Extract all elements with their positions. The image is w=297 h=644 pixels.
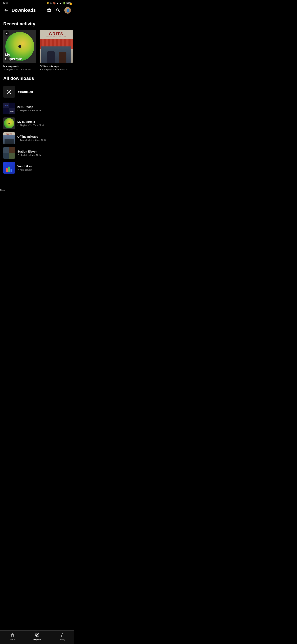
download-name-2021-recap: 2021 Recap <box>17 105 63 108</box>
all-downloads-title: All downloads <box>0 74 74 84</box>
likes-type: Auto playlist <box>20 169 32 171</box>
thumb-station-eleven <box>3 147 15 159</box>
station-type: Playlist <box>20 154 27 156</box>
mixtape-type: Auto playlist <box>20 139 32 142</box>
shuffle-thumb <box>3 86 15 98</box>
recent-card-name-supermix: My supermix <box>3 64 36 68</box>
recent-card-my-supermix[interactable]: MySupermix My supermix ✓ Playlist • YouT… <box>3 30 36 71</box>
signal-icon: ▲ <box>60 2 62 4</box>
recent-card-image-supermix: MySupermix <box>3 30 36 63</box>
header-divider <box>0 16 74 16</box>
recent-card-image-grits: GRITS THE ART OF TRANSLATION <box>40 30 73 63</box>
download-item-2021-recap[interactable]: 2021 RECAP 2021 Recap ✓ Playlist • Abner… <box>0 101 74 116</box>
download-meta-2021-recap: ✓ Playlist • Abner N. Li <box>17 109 63 112</box>
wifi-icon: ▲ <box>56 2 59 4</box>
shuffle-label: Shuffle all <box>18 90 33 94</box>
page-title: Downloads <box>11 8 44 13</box>
download-name-your-likes: Your Likes <box>17 165 63 168</box>
check-icon-supermix-list: ✓ <box>17 124 19 126</box>
grits-booth <box>41 46 71 63</box>
more-button-station-eleven[interactable]: ⋮ <box>65 150 71 156</box>
recent-activity-title: Recent activity <box>0 20 74 30</box>
download-meta-my-supermix: ✓ Playlist • YouTube Music <box>17 124 63 126</box>
recent-card-offline-mixtape[interactable]: GRITS THE ART OF TRANSLATION <box>40 30 73 71</box>
recent-card-name-grits: Offline mixtape <box>40 64 73 68</box>
thumb-2021-recap: 2021 RECAP <box>3 102 15 114</box>
more-button-your-likes[interactable]: ⋮ <box>65 165 71 171</box>
thumb-your-likes: 👍 <box>3 162 15 174</box>
download-info-2021-recap: 2021 Recap ✓ Playlist • Abner N. Li <box>17 105 63 112</box>
sparkle-icon-grits: ✦ <box>40 68 41 71</box>
back-button[interactable] <box>3 8 9 13</box>
key-icon: 🔑 <box>46 2 49 4</box>
more-button-offline-mixtape[interactable]: ⋮ <box>65 135 71 141</box>
status-time: 5:10 <box>3 2 8 4</box>
download-meta-station-eleven: ✓ Playlist • Abner N. Li <box>17 154 63 156</box>
main-content: Recent activity MySupermix My supermix ✓… <box>0 20 74 192</box>
search-button[interactable] <box>55 8 61 13</box>
sparkle-icon-mixtape: ✦ <box>17 139 19 141</box>
recent-card-meta-grits: ✦ Auto playlist • Abner N. Li <box>40 68 73 71</box>
grits-title: GRITS <box>41 32 71 36</box>
header: Downloads 👤 <box>0 5 74 16</box>
recent-activity-scroll[interactable]: MySupermix My supermix ✓ Playlist • YouT… <box>0 30 74 74</box>
settings-button[interactable] <box>46 8 52 13</box>
download-meta-offline-mixtape: ✦ Auto playlist • Abner N. Li <box>17 139 63 142</box>
thumb-offline-mixtape: GRITS <box>3 132 15 144</box>
download-item-station-eleven[interactable]: Station Eleven ✓ Playlist • Abner N. Li … <box>0 146 74 160</box>
station-source: Abner N. Li <box>29 154 41 156</box>
status-icons: 🔑 ✶ 🔕 ▲ ▲ 🔋 55% <box>46 2 71 4</box>
supermix-play-icon <box>4 31 9 36</box>
download-item-your-likes[interactable]: 👍 Your Likes ✓ Auto playlist ⋮ <box>0 160 74 175</box>
grits-subtitle: THE ART OF TRANSLATION <box>41 36 71 38</box>
grits-source: Abner N. Li <box>57 68 68 71</box>
more-button-my-supermix[interactable]: ⋮ <box>65 120 71 126</box>
download-info-your-likes: Your Likes ✓ Auto playlist <box>17 165 63 171</box>
download-item-offline-mixtape[interactable]: GRITS Offline mixtape ✦ Auto playlist • … <box>0 131 74 146</box>
shuffle-all-row[interactable]: Shuffle all <box>0 84 74 101</box>
supermix-type: Playlist <box>6 68 13 71</box>
header-actions: 👤 <box>46 7 71 14</box>
status-bar: 5:10 🔑 ✶ 🔕 ▲ ▲ 🔋 55% <box>0 0 74 5</box>
download-item-my-supermix[interactable]: MySupermix My supermix ✓ Playlist • YouT… <box>0 116 74 131</box>
check-icon-likes: ✓ <box>17 169 19 171</box>
download-name-my-supermix: My supermix <box>17 120 63 124</box>
more-button-2021-recap[interactable]: ⋮ <box>65 106 71 111</box>
grits-type: Auto playlist <box>42 68 54 71</box>
download-info-offline-mixtape: Offline mixtape ✦ Auto playlist • Abner … <box>17 135 63 142</box>
recent-card-meta-supermix: ✓ Playlist • YouTube Music <box>3 68 36 71</box>
battery-icon: 🔋 <box>63 2 66 4</box>
check-icon-recap: ✓ <box>17 109 19 112</box>
thumb-my-supermix: MySupermix <box>3 118 15 129</box>
recap-type: Playlist <box>20 109 27 112</box>
recap-source: Abner N. Li <box>29 109 41 112</box>
download-info-station-eleven: Station Eleven ✓ Playlist • Abner N. Li <box>17 150 63 156</box>
supermix-label: MySupermix <box>5 53 22 61</box>
download-name-offline-mixtape: Offline mixtape <box>17 135 63 138</box>
download-info-my-supermix: My supermix ✓ Playlist • YouTube Music <box>17 120 63 126</box>
mixtape-source: Abner N. Li <box>34 139 46 142</box>
supermix-source: YouTube Music <box>15 68 31 71</box>
avatar[interactable]: 👤 <box>64 7 71 14</box>
check-icon-station: ✓ <box>17 154 19 156</box>
download-meta-your-likes: ✓ Auto playlist <box>17 169 63 171</box>
supermix-list-type: Playlist <box>20 124 27 126</box>
check-icon-supermix: ✓ <box>3 68 5 71</box>
mute-icon: 🔕 <box>53 2 56 4</box>
bluetooth-icon: ✶ <box>50 2 52 4</box>
supermix-list-source: YouTube Music <box>29 124 45 126</box>
download-name-station-eleven: Station Eleven <box>17 150 63 153</box>
